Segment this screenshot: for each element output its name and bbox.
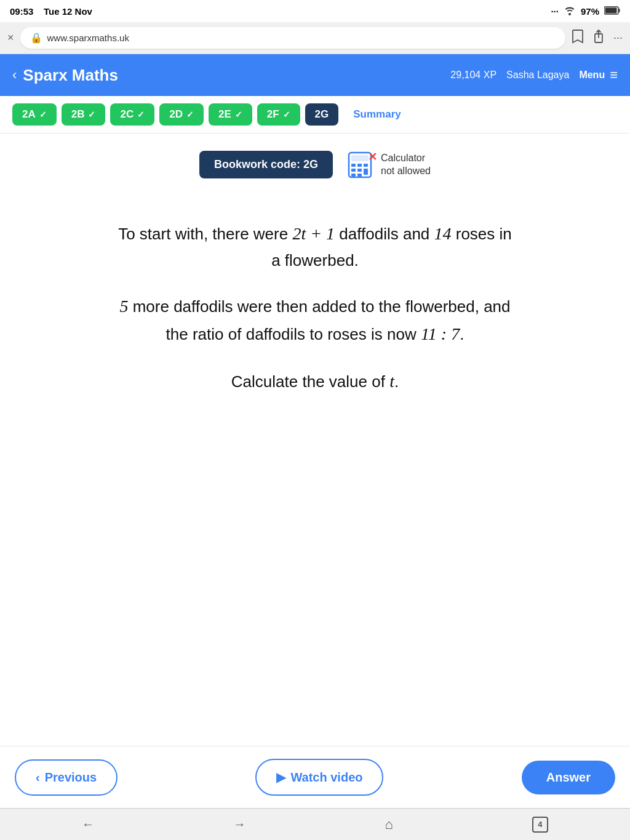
tab-2b-label: 2B — [71, 108, 85, 121]
tab-2g[interactable]: 2G — [305, 103, 339, 126]
tab-2g-label: 2G — [315, 108, 329, 121]
svg-rect-9 — [351, 169, 356, 172]
question-paragraph-2: 5 more daffodils were then added to the … — [37, 293, 593, 348]
tabs-count: 4 — [538, 820, 542, 829]
previous-chevron-icon: ‹ — [36, 770, 40, 785]
main-content: ‹ Sparx Maths 29,104 XP Sasha Lagaya Men… — [0, 54, 630, 538]
tab-2f-label: 2F — [267, 108, 279, 121]
back-button[interactable]: ‹ — [12, 67, 17, 83]
watch-video-button[interactable]: ▶ Watch video — [255, 759, 383, 796]
lock-icon: 🔒 — [30, 32, 42, 44]
watch-video-label: Watch video — [290, 770, 362, 785]
tab-2a[interactable]: 2A ✓ — [12, 103, 57, 126]
browser-back-button[interactable]: ← — [82, 817, 94, 831]
url-text: www.sparxmaths.uk — [47, 33, 129, 43]
browser-actions: ··· — [572, 29, 623, 47]
video-icon: ▶ — [276, 770, 285, 785]
svg-rect-5 — [351, 155, 369, 161]
svg-rect-7 — [357, 164, 362, 167]
no-calculator-x-icon: ✕ — [368, 150, 377, 164]
status-time-date: 09:53 Tue 12 Nov — [10, 6, 92, 17]
share-icon[interactable] — [592, 29, 605, 47]
tab-2c-label: 2C — [120, 108, 134, 121]
calculator-icon-wrapper: ✕ — [348, 151, 375, 178]
tab-2a-label: 2A — [22, 108, 36, 121]
tab-2e-label: 2E — [218, 108, 231, 121]
math-expression-4: 11 : 7 — [421, 324, 460, 343]
browser-bar: × 🔒 www.sparxmaths.uk ··· — [0, 22, 630, 54]
math-expression-3: 5 — [119, 297, 128, 316]
browser-forward-button[interactable]: → — [233, 817, 245, 831]
svg-rect-13 — [357, 174, 362, 177]
svg-rect-10 — [357, 169, 362, 172]
tab-2a-check: ✓ — [39, 110, 47, 119]
tab-2f[interactable]: 2F ✓ — [257, 103, 300, 126]
hamburger-icon: ≡ — [610, 67, 618, 83]
svg-rect-6 — [351, 164, 356, 167]
question-content: To start with, there were 2t + 1 daffodi… — [0, 196, 630, 440]
app-header: ‹ Sparx Maths 29,104 XP Sasha Lagaya Men… — [0, 54, 630, 96]
tab-2f-check: ✓ — [283, 110, 290, 119]
header-right: 29,104 XP Sasha Lagaya Menu ≡ — [450, 67, 618, 83]
header-left: ‹ Sparx Maths — [12, 66, 118, 85]
tab-2c[interactable]: 2C ✓ — [110, 103, 154, 126]
status-bar: 09:53 Tue 12 Nov ··· 97% — [0, 0, 630, 22]
question-paragraph-1: To start with, there were 2t + 1 daffodi… — [37, 220, 593, 273]
tab-2e-check: ✓ — [235, 110, 242, 119]
tab-2b[interactable]: 2B ✓ — [62, 103, 106, 126]
tab-2b-check: ✓ — [88, 110, 95, 119]
math-expression-1: 2t + 1 — [292, 224, 335, 243]
question-paragraph-3: Calculate the value of t. — [37, 368, 593, 396]
user-name: Sasha Lagaya — [506, 70, 569, 81]
bookmark-icon[interactable] — [572, 29, 584, 47]
math-expression-t: t — [389, 372, 394, 391]
bottom-action-bar: ‹ Previous ▶ Watch video Answer — [0, 746, 630, 808]
previous-button[interactable]: ‹ Previous — [15, 759, 118, 796]
app-title: Sparx Maths — [23, 66, 118, 85]
status-date: Tue 12 Nov — [44, 6, 92, 17]
question-text: To start with, there were 2t + 1 daffodi… — [37, 220, 593, 396]
battery-percent: 97% — [581, 6, 599, 17]
menu-label: Menu — [579, 70, 605, 81]
status-time: 09:53 — [10, 6, 33, 17]
tab-2c-check: ✓ — [137, 110, 145, 119]
bookwork-code: Bookwork code: 2G — [199, 151, 333, 178]
calculator-badge: ✕ Calculator not allowed — [348, 151, 431, 178]
more-options-icon[interactable]: ··· — [613, 31, 623, 44]
wifi-icon — [564, 6, 576, 17]
tab-navigation: 2A ✓ 2B ✓ 2C ✓ 2D ✓ 2E ✓ 2F ✓ 2G Summary — [0, 96, 630, 134]
menu-button[interactable]: Menu ≡ — [579, 67, 618, 83]
tab-2e[interactable]: 2E ✓ — [209, 103, 252, 126]
battery-icon — [604, 6, 620, 17]
tab-2d-label: 2D — [169, 108, 183, 121]
svg-rect-11 — [364, 169, 368, 175]
svg-rect-8 — [364, 164, 368, 167]
browser-close-button[interactable]: × — [7, 31, 14, 44]
xp-display: 29,104 XP — [450, 70, 496, 81]
url-bar[interactable]: 🔒 www.sparxmaths.uk — [20, 27, 565, 49]
answer-button[interactable]: Answer — [522, 761, 615, 794]
tab-summary[interactable]: Summary — [343, 103, 410, 126]
browser-tabs-button[interactable]: 4 — [532, 817, 548, 833]
tab-summary-label: Summary — [353, 108, 401, 121]
status-icons: ··· 97% — [551, 6, 620, 17]
answer-label: Answer — [546, 770, 591, 784]
tab-2d-check: ✓ — [186, 110, 194, 119]
browser-bottom-bar: ← → ⌂ 4 — [0, 808, 630, 840]
tab-2d[interactable]: 2D ✓ — [159, 103, 204, 126]
svg-rect-2 — [605, 7, 617, 13]
bookwork-area: Bookwork code: 2G — [0, 134, 630, 196]
svg-rect-1 — [619, 9, 620, 12]
browser-home-button[interactable]: ⌂ — [385, 817, 393, 833]
previous-label: Previous — [45, 770, 97, 785]
svg-rect-12 — [351, 174, 356, 177]
math-expression-2: 14 — [434, 224, 452, 243]
ellipsis-icon: ··· — [551, 6, 559, 17]
calculator-not-allowed-text: Calculator not allowed — [381, 152, 431, 178]
